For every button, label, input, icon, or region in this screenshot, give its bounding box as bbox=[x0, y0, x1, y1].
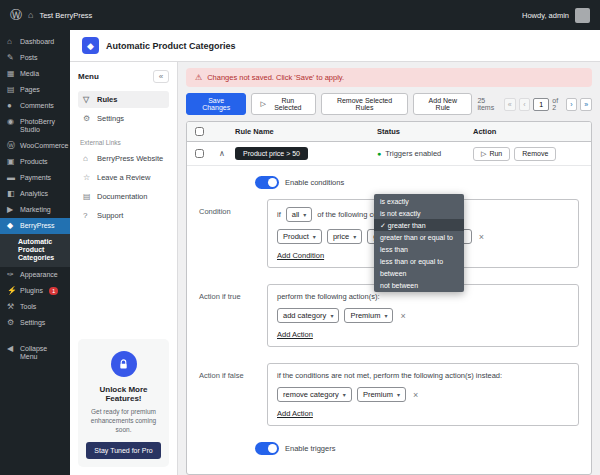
last-page-button[interactable]: » bbox=[580, 98, 592, 111]
rule-name-button[interactable]: Product price > 50 bbox=[235, 147, 308, 160]
remove-action-icon[interactable]: × bbox=[400, 311, 405, 321]
sidebar-item-payments[interactable]: ▬Payments bbox=[0, 170, 70, 186]
home-icon: ⌂ bbox=[83, 154, 92, 163]
comments-icon: ● bbox=[7, 102, 16, 110]
stay-tuned-button[interactable]: Stay Tuned for Pro bbox=[86, 442, 161, 459]
plugins-icon: ⚡ bbox=[7, 287, 16, 295]
marketing-icon: ▶ bbox=[7, 206, 16, 214]
external-link-support[interactable]: ?Support bbox=[78, 207, 169, 224]
wordpress-logo-icon[interactable]: Ⓦ bbox=[10, 7, 22, 24]
run-selected-button[interactable]: ▷Run Selected bbox=[251, 93, 316, 115]
chevron-down-icon: ▾ bbox=[303, 211, 306, 218]
first-page-button[interactable]: « bbox=[504, 98, 516, 111]
operator-option[interactable]: is not exactly bbox=[374, 207, 464, 219]
collapse-row-icon[interactable]: ∧ bbox=[219, 149, 235, 158]
warning-icon: ⚠ bbox=[195, 73, 202, 82]
false-action-select[interactable]: remove category▾ bbox=[277, 387, 352, 402]
sidebar-item-comments[interactable]: ●Comments bbox=[0, 98, 70, 114]
true-category-select[interactable]: Premium▾ bbox=[344, 308, 393, 323]
plugin-header: ◆ Automatic Product Categories bbox=[70, 30, 600, 62]
operator-option[interactable]: not between bbox=[374, 279, 464, 291]
plugin-menu-label: Menu bbox=[78, 72, 99, 81]
sidebar-item-pages[interactable]: ▤Pages bbox=[0, 82, 70, 98]
external-link-documentation[interactable]: ▤Documentation bbox=[78, 188, 169, 205]
sidebar-item-products[interactable]: ▣Products bbox=[0, 154, 70, 170]
operator-option[interactable]: is exactly bbox=[374, 195, 464, 207]
select-all-checkbox[interactable] bbox=[195, 127, 204, 136]
add-condition-link[interactable]: Add Condition bbox=[277, 251, 324, 260]
remove-selected-rules-button[interactable]: Remove Selected Rules bbox=[321, 93, 408, 115]
sidebar-item-berrypress[interactable]: ◆BerryPress bbox=[0, 218, 70, 234]
document-icon: ▤ bbox=[83, 192, 92, 201]
howdy-admin-link[interactable]: Howdy, admin bbox=[522, 11, 569, 20]
sidebar-item-settings[interactable]: ⚙Settings bbox=[0, 315, 70, 331]
avatar[interactable] bbox=[575, 8, 590, 23]
add-action-link[interactable]: Add Action bbox=[277, 330, 313, 339]
berrypress-icon: ◆ bbox=[7, 222, 16, 230]
chevron-down-icon: ▾ bbox=[343, 391, 346, 398]
payments-icon: ▬ bbox=[7, 174, 16, 182]
play-icon: ▷ bbox=[260, 100, 265, 108]
false-category-select[interactable]: Premium▾ bbox=[357, 387, 406, 402]
condition-field-select[interactable]: price▾ bbox=[327, 229, 362, 244]
sidebar-item-dashboard[interactable]: ⌂Dashboard bbox=[0, 34, 70, 50]
sidebar-item-appearance[interactable]: ✑Appearance bbox=[0, 267, 70, 283]
column-status: Status bbox=[377, 127, 473, 136]
operator-option[interactable]: less than bbox=[374, 243, 464, 255]
prev-page-button[interactable]: ‹ bbox=[519, 98, 531, 111]
external-link-review[interactable]: ☆Leave a Review bbox=[78, 169, 169, 186]
sidebar-item-plugins[interactable]: ⚡Plugins1 bbox=[0, 283, 70, 299]
promo-title: Unlock More Features! bbox=[86, 385, 161, 403]
operator-dropdown: is exactly is not exactly ✓ greater than… bbox=[374, 194, 464, 292]
match-type-select[interactable]: all▾ bbox=[286, 207, 313, 222]
add-new-rule-button[interactable]: Add New Rule bbox=[413, 93, 472, 115]
sidebar-item-marketing[interactable]: ▶Marketing bbox=[0, 202, 70, 218]
tools-icon: ⚒ bbox=[7, 303, 16, 311]
menu-collapse-button[interactable]: « bbox=[153, 70, 169, 83]
operator-option[interactable]: between bbox=[374, 267, 464, 279]
sidebar-subitem-automatic-product-categories[interactable]: Automatic Product Categories bbox=[0, 234, 70, 267]
sidebar-item-posts[interactable]: ✎Posts bbox=[0, 50, 70, 66]
table-header-row: Rule Name Status Action bbox=[187, 122, 591, 142]
enable-conditions-toggle[interactable] bbox=[255, 176, 279, 189]
lock-icon bbox=[111, 351, 137, 377]
plugin-menu-panel: Menu « ▽Rules ⚙Settings External Links ⌂… bbox=[70, 62, 178, 475]
page-input[interactable] bbox=[533, 98, 549, 111]
sidebar-item-analytics[interactable]: ◧Analytics bbox=[0, 186, 70, 202]
remove-action-icon[interactable]: × bbox=[413, 390, 418, 400]
camera-icon: ◉ bbox=[7, 118, 16, 126]
remove-rule-button[interactable]: Remove bbox=[514, 147, 556, 161]
settings-icon: ⚙ bbox=[7, 319, 16, 327]
plugin-nav-settings[interactable]: ⚙Settings bbox=[78, 110, 169, 127]
plugin-title: Automatic Product Categories bbox=[106, 41, 236, 51]
next-page-button[interactable]: › bbox=[566, 98, 578, 111]
help-icon: ? bbox=[83, 211, 92, 220]
page-of-total: of 2 bbox=[552, 97, 562, 111]
chevron-down-icon: ▾ bbox=[397, 391, 400, 398]
operator-option-selected[interactable]: ✓ greater than bbox=[374, 219, 464, 231]
collapse-menu-button[interactable]: ◀Collapse Menu bbox=[0, 341, 70, 365]
true-action-select[interactable]: add category▾ bbox=[277, 308, 339, 323]
sidebar-item-media[interactable]: ▦Media bbox=[0, 66, 70, 82]
remove-condition-icon[interactable]: × bbox=[479, 232, 484, 242]
sidebar-item-tools[interactable]: ⚒Tools bbox=[0, 299, 70, 315]
enable-triggers-toggle[interactable] bbox=[255, 442, 279, 455]
enable-conditions-label: Enable conditions bbox=[285, 178, 344, 187]
condition-subject-select[interactable]: Product▾ bbox=[277, 229, 322, 244]
main-content: ⚠ Changes not saved. Click 'Save' to app… bbox=[178, 62, 600, 475]
gear-icon: ⚙ bbox=[83, 114, 92, 123]
sidebar-item-woocommerce[interactable]: ⓌWooCommerce bbox=[0, 138, 70, 154]
chevron-down-icon: ▾ bbox=[313, 233, 316, 240]
add-action-link[interactable]: Add Action bbox=[277, 409, 313, 418]
home-icon: ⌂ bbox=[28, 10, 33, 20]
action-if-true-label: Action if true bbox=[199, 284, 259, 347]
external-link-website[interactable]: ⌂BerryPress Website bbox=[78, 150, 169, 167]
sidebar-item-photoberry-studio[interactable]: ◉PhotoBerry Studio bbox=[0, 114, 70, 138]
operator-option[interactable]: less than or equal to bbox=[374, 255, 464, 267]
plugin-nav-rules[interactable]: ▽Rules bbox=[78, 91, 169, 108]
row-checkbox[interactable] bbox=[195, 149, 204, 158]
run-rule-button[interactable]: ▷Run bbox=[473, 147, 510, 161]
operator-option[interactable]: greater than or equal to bbox=[374, 231, 464, 243]
site-name-link[interactable]: Test BerryPress bbox=[39, 11, 92, 20]
save-changes-button[interactable]: Save Changes bbox=[186, 93, 246, 115]
